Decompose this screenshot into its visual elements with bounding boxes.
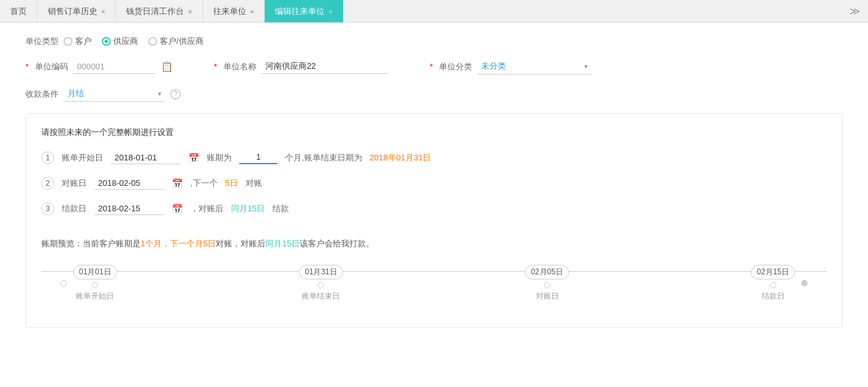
reconcile-label: 对账日	[62, 178, 87, 189]
period-input[interactable]	[239, 151, 277, 164]
payment-dropdown[interactable]: 月结 ▾	[64, 86, 165, 102]
tab-partner-label: 往来单位	[213, 6, 246, 17]
payment-date-input[interactable]	[94, 202, 164, 215]
tab-cash-work-label: 钱货日清工作台	[126, 6, 184, 17]
unit-type-label: 单位类型	[25, 36, 59, 47]
radio-both-label: 客户/供应商	[160, 36, 204, 47]
radio-customer-circle	[64, 37, 73, 46]
setting-row-2: 2 对账日 📅 ,下一个 5日 对账	[41, 177, 827, 190]
reconcile-prefix: ,下一个	[190, 178, 218, 189]
preview-suffix: 该客户会给我打款。	[300, 239, 374, 248]
preview-text: 账期预览：当前客户账期是1个月，下一个月5日对账，对账后同月15日该客户会给我打…	[41, 238, 827, 250]
point-dot-2	[318, 282, 324, 288]
point-label-1: 账单开始日	[76, 291, 114, 302]
main-content: 单位类型 客户 供应商 客户/供应商 * 单位编码	[0, 23, 868, 387]
row-num-3: 3	[41, 202, 54, 215]
payment-suffix: 结款	[272, 203, 289, 215]
tab-home[interactable]: 首页	[0, 0, 38, 22]
unit-type-row: 单位类型 客户 供应商 客户/供应商	[25, 36, 843, 47]
point-dot-1	[92, 282, 98, 288]
point-badge-1: 01月01日	[73, 265, 117, 279]
timeline-point-4: 02月15日 结款日	[751, 265, 795, 302]
radio-group: 客户 供应商 客户/供应商	[64, 36, 204, 47]
tab-sales-history[interactable]: 销售订单历史 ×	[38, 0, 116, 22]
payment-value: 月结	[67, 88, 155, 99]
required-star: *	[214, 62, 217, 71]
payment-highlight: 同月15日	[231, 203, 265, 215]
preview-p2: 下一个月5日	[170, 239, 216, 248]
row-num-1: 1	[41, 151, 54, 164]
radio-supplier-label: 供应商	[113, 36, 138, 47]
preview-section: 账期预览：当前客户账期是1个月，下一个月5日对账，对账后同月15日该客户会给我打…	[41, 228, 827, 312]
tab-bar: 首页 销售订单历史 × 钱货日清工作台 × 往来单位 × 编辑往来单位 × ≫	[0, 0, 868, 23]
unit-name-field: * 单位名称	[214, 60, 389, 74]
radio-supplier-circle	[102, 37, 111, 46]
close-icon[interactable]: ×	[101, 8, 105, 15]
timeline-points: 01月01日 账单开始日 01月31日 账单结束日 02月05日	[60, 265, 808, 302]
radio-both[interactable]: 客户/供应商	[148, 36, 204, 47]
required-star: *	[25, 62, 29, 71]
chevron-down-icon: ▾	[584, 62, 588, 71]
timeline-point-2: 01月31日 账单结束日	[299, 265, 343, 302]
payment-label: 收款条件	[25, 88, 59, 100]
required-star: *	[430, 62, 433, 71]
preview-p3: 同月15日	[265, 239, 299, 248]
unit-type-field: 单位类型 客户 供应商 客户/供应商	[25, 36, 204, 47]
unit-category-value: 未分类	[481, 60, 582, 72]
tab-partner[interactable]: 往来单位 ×	[203, 0, 265, 22]
copy-icon[interactable]: 📋	[161, 61, 173, 73]
point-dot-3	[544, 282, 550, 288]
point-badge-3: 02月05日	[525, 265, 569, 279]
close-icon[interactable]: ×	[250, 8, 254, 15]
unit-code-input[interactable]	[73, 60, 156, 74]
calendar-icon[interactable]: 📅	[188, 153, 199, 163]
radio-customer[interactable]: 客户	[64, 36, 92, 47]
tab-edit-partner[interactable]: 编辑往来单位 ×	[265, 0, 343, 22]
timeline-start-dot	[60, 280, 67, 286]
radio-both-circle	[148, 37, 157, 46]
point-badge-2: 01月31日	[299, 265, 343, 279]
close-icon[interactable]: ×	[328, 8, 332, 15]
setting-row-3: 3 结款日 📅 ，对账后 同月15日 结款	[41, 202, 827, 215]
period-prefix: 账期为	[207, 152, 232, 164]
point-badge-4: 02月15日	[751, 265, 795, 279]
payment-prefix: ，对账后	[190, 203, 223, 215]
point-label-4: 结款日	[762, 291, 785, 302]
close-icon[interactable]: ×	[188, 8, 192, 15]
reconcile-highlight: 5日	[225, 178, 238, 189]
start-date-input[interactable]	[111, 151, 181, 164]
point-label-2: 账单结束日	[302, 291, 340, 302]
tab-sales-history-label: 销售订单历史	[48, 6, 97, 17]
timeline-point-3: 02月05日 对账日	[525, 265, 569, 302]
tab-cash-work[interactable]: 钱货日清工作台 ×	[116, 0, 202, 22]
unit-code-label: 单位编码	[35, 61, 68, 73]
row-num-2: 2	[41, 177, 54, 190]
timeline-point-1: 01月01日 账单开始日	[73, 265, 117, 302]
unit-name-label: 单位名称	[223, 61, 256, 73]
radio-supplier[interactable]: 供应商	[102, 36, 138, 47]
radio-customer-label: 客户	[75, 36, 92, 47]
unit-category-field: * 单位分类 未分类 ▾	[430, 59, 592, 74]
help-icon[interactable]: ?	[171, 89, 181, 99]
payment-row: 收款条件 月结 ▾ ?	[25, 86, 843, 102]
unit-name-input[interactable]	[262, 60, 389, 74]
unit-category-dropdown[interactable]: 未分类 ▾	[477, 59, 592, 74]
start-date-label: 账单开始日	[62, 152, 103, 164]
unit-category-label: 单位分类	[439, 61, 472, 73]
code-name-row: * 单位编码 📋 * 单位名称 * 单位分类 未分类 ▾	[25, 59, 843, 74]
point-dot-4	[770, 282, 776, 288]
preview-prefix: 账期预览：当前客户账期是	[41, 239, 141, 248]
calendar-icon[interactable]: 📅	[172, 178, 183, 188]
preview-middle: 对账，对账后	[216, 239, 265, 248]
end-date-highlight: 2018年01月31日	[370, 152, 431, 164]
settings-box: 请按照未来的一个完整帐期进行设置 1 账单开始日 📅 账期为 个月,账单结束日期…	[25, 113, 843, 328]
setting-row-1: 1 账单开始日 📅 账期为 个月,账单结束日期为 2018年01月31日	[41, 151, 827, 164]
period-suffix: 个月,账单结束日期为	[285, 152, 362, 164]
point-label-3: 对账日	[536, 291, 559, 302]
settings-title: 请按照未来的一个完整帐期进行设置	[41, 127, 827, 138]
expand-button[interactable]: ≫	[842, 0, 868, 22]
payment-field: 收款条件 月结 ▾ ?	[25, 86, 181, 102]
calendar-icon[interactable]: 📅	[172, 204, 183, 214]
reconcile-suffix: 对账	[246, 178, 262, 189]
reconcile-date-input[interactable]	[94, 177, 164, 190]
